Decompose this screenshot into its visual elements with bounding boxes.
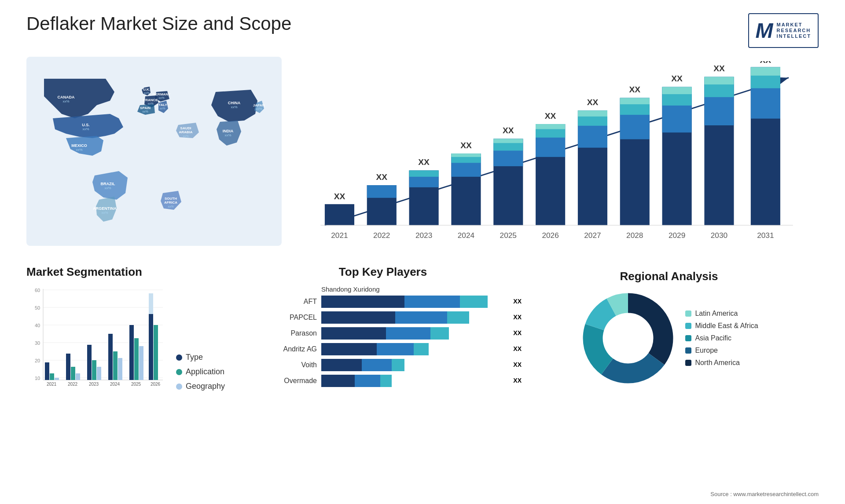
reg-legend-mea: Middle East & Africa [685, 322, 758, 330]
svg-text:2024: 2024 [110, 382, 120, 387]
player-row-overmade: Overmade XX [260, 375, 506, 387]
svg-text:ARGENTINA: ARGENTINA [93, 206, 117, 211]
svg-text:AFRICA: AFRICA [164, 201, 177, 205]
world-map: CANADA xx% U.S. xx% MEXICO xx% BRAZIL xx… [26, 57, 282, 246]
svg-text:2026: 2026 [151, 382, 161, 387]
player-xx-overmade: XX [513, 377, 522, 384]
regional-section: Regional Analysis [519, 265, 819, 391]
svg-text:XX: XX [671, 74, 683, 83]
player-row-papcel: PAPCEL XX [260, 311, 506, 324]
svg-text:XX: XX [760, 61, 772, 65]
svg-text:xx%: xx% [159, 107, 165, 110]
reg-legend-apac: Asia Pacific [685, 334, 758, 342]
svg-text:xx%: xx% [62, 99, 69, 103]
legend-type: Type [176, 353, 225, 362]
geography-label: Geography [186, 382, 225, 391]
player-name-parason: Parason [260, 329, 317, 337]
regional-legend: Latin America Middle East & Africa Asia … [685, 310, 758, 367]
svg-text:xx%: xx% [104, 186, 111, 190]
segmentation-legend: Type Application Geography [176, 353, 225, 391]
svg-text:xx%: xx% [183, 135, 188, 138]
player-name-papcel: PAPCEL [260, 314, 317, 321]
player-name-andritz: Andritz AG [260, 345, 317, 353]
svg-rect-110 [45, 362, 49, 380]
svg-text:2022: 2022 [373, 231, 390, 240]
top-row: CANADA xx% U.S. xx% MEXICO xx% BRAZIL xx… [26, 57, 819, 256]
svg-rect-128 [139, 346, 143, 380]
svg-text:60: 60 [35, 288, 40, 293]
players-title: Top Key Players [260, 265, 506, 279]
svg-rect-68 [578, 110, 607, 116]
svg-text:XX: XX [334, 192, 345, 201]
svg-text:xx%: xx% [101, 211, 108, 215]
player-row-voith: Voith XX [260, 359, 506, 371]
svg-text:20: 20 [35, 358, 40, 363]
svg-text:GERMANY: GERMANY [153, 92, 171, 96]
svg-rect-50 [451, 153, 481, 157]
logo-letter: M [756, 18, 773, 43]
type-dot [176, 354, 182, 361]
svg-text:CHINA: CHINA [228, 101, 241, 105]
svg-text:xx%: xx% [82, 127, 89, 131]
player-row-andritz: Andritz AG XX [260, 343, 506, 355]
svg-rect-127 [134, 338, 139, 380]
svg-rect-123 [113, 351, 118, 380]
header: Deflaker Market Size and Scope M MARKET … [26, 13, 819, 48]
svg-rect-114 [66, 354, 70, 380]
svg-rect-124 [118, 358, 122, 380]
players-section: Top Key Players Shandong Xuridong AFT XX… [260, 265, 506, 391]
mea-label: Middle East & Africa [695, 322, 758, 330]
svg-text:BRAZIL: BRAZIL [101, 182, 115, 186]
svg-text:XX: XX [460, 141, 472, 150]
svg-rect-111 [50, 373, 54, 380]
reg-legend-north-america: North America [685, 359, 758, 367]
donut-chart [580, 290, 676, 387]
player-xx-aft: XX [513, 298, 522, 305]
mea-dot [685, 323, 691, 329]
svg-rect-131 [154, 325, 158, 380]
svg-text:FRANCE: FRANCE [143, 98, 158, 102]
svg-text:2022: 2022 [68, 382, 78, 387]
player-xx-andritz: XX [513, 345, 522, 352]
europe-dot [685, 347, 691, 354]
svg-rect-122 [108, 334, 113, 380]
svg-rect-86 [704, 77, 734, 84]
svg-text:2031: 2031 [757, 231, 774, 240]
svg-rect-132 [149, 293, 153, 314]
svg-text:2023: 2023 [415, 231, 432, 240]
svg-rect-120 [97, 367, 101, 380]
logo-line3: INTELLECT [777, 33, 812, 39]
legend-geography: Geography [176, 382, 225, 391]
player-name-voith: Voith [260, 361, 317, 369]
bottom-row: Market Segmentation 60 50 40 30 20 10 [26, 265, 819, 391]
apac-label: Asia Pacific [695, 334, 731, 342]
svg-text:xx%: xx% [76, 148, 82, 152]
svg-text:2024: 2024 [458, 231, 475, 240]
svg-rect-115 [71, 367, 75, 380]
svg-text:2026: 2026 [542, 231, 558, 240]
svg-text:xx%: xx% [158, 96, 164, 99]
svg-text:XX: XX [418, 157, 430, 167]
svg-text:SAUDI: SAUDI [180, 126, 191, 130]
page-container: Deflaker Market Size and Scope M MARKET … [0, 0, 845, 504]
svg-text:2023: 2023 [89, 382, 99, 387]
svg-text:2025: 2025 [500, 231, 517, 240]
svg-text:xx%: xx% [231, 105, 237, 109]
svg-point-139 [604, 314, 652, 362]
player-row-aft: AFT XX [260, 296, 506, 308]
svg-text:xx%: xx% [142, 110, 148, 113]
svg-text:2030: 2030 [711, 231, 727, 240]
svg-text:10: 10 [35, 376, 40, 381]
svg-text:xx%: xx% [224, 133, 231, 137]
north-america-label: North America [695, 359, 739, 367]
europe-label: Europe [695, 347, 718, 354]
svg-text:INDIA: INDIA [223, 129, 234, 133]
svg-rect-74 [620, 98, 650, 104]
svg-rect-44 [409, 171, 439, 177]
svg-text:MEXICO: MEXICO [71, 143, 87, 148]
svg-rect-112 [55, 378, 59, 380]
player-row-parason: Parason XX [260, 327, 506, 340]
latin-label: Latin America [695, 310, 738, 318]
svg-text:2029: 2029 [669, 231, 685, 240]
source-text: Source : www.marketresearchintellect.com [710, 491, 819, 497]
